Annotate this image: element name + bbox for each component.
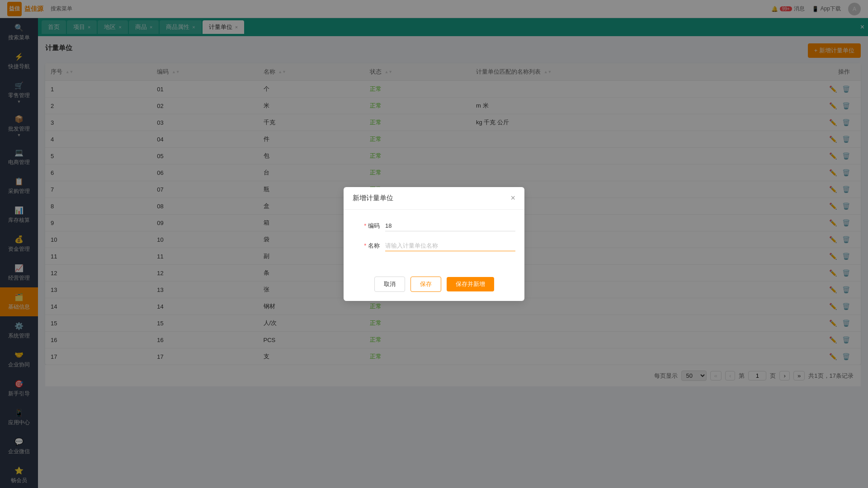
- modal-title: 新增计量单位: [353, 194, 393, 202]
- modal-header: 新增计量单位 ×: [344, 187, 524, 210]
- modal-body: * 编码 * 名称: [344, 210, 524, 271]
- name-label-text: 名称: [368, 242, 380, 249]
- form-row-code: * 编码: [353, 221, 515, 231]
- code-label: * 编码: [353, 222, 380, 230]
- modal-close-button[interactable]: ×: [510, 193, 515, 203]
- required-mark-name: *: [364, 242, 366, 249]
- name-label: * 名称: [353, 242, 380, 250]
- cancel-button[interactable]: 取消: [374, 277, 405, 292]
- name-input[interactable]: [385, 240, 515, 251]
- form-row-name: * 名称: [353, 240, 515, 251]
- save-button[interactable]: 保存: [410, 277, 441, 292]
- save-and-new-button[interactable]: 保存并新增: [447, 277, 494, 291]
- modal-overlay: 新增计量单位 × * 编码 * 名称 取消 保存 保存并新增: [0, 0, 868, 488]
- code-label-text: 编码: [368, 222, 380, 229]
- required-mark-code: *: [364, 222, 366, 229]
- add-unit-modal: 新增计量单位 × * 编码 * 名称 取消 保存 保存并新增: [344, 187, 524, 301]
- modal-footer: 取消 保存 保存并新增: [344, 271, 524, 301]
- code-input[interactable]: [385, 221, 515, 231]
